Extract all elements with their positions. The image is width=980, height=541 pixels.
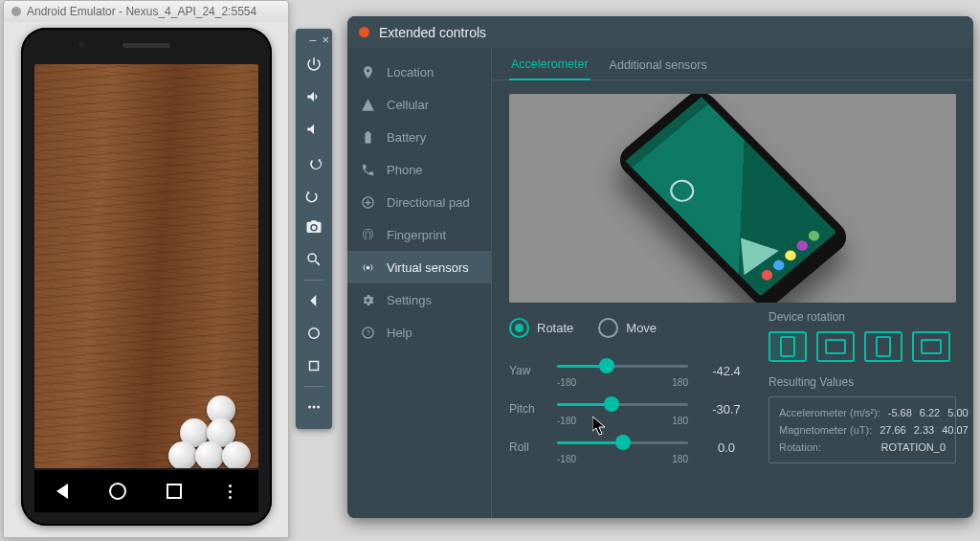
camera-icon bbox=[78, 41, 85, 48]
pitch-row: Pitch -180180 -30.7 bbox=[509, 396, 755, 421]
accel-y: 6.22 bbox=[920, 407, 940, 418]
yaw-label: Yaw bbox=[509, 364, 547, 377]
sidebar-item-location[interactable]: Location bbox=[347, 56, 491, 88]
rotation-value: ROTATION_0 bbox=[881, 441, 946, 453]
back-button[interactable] bbox=[296, 284, 332, 317]
sidebar-item-label: Settings bbox=[387, 293, 432, 307]
sidebar-item-settings[interactable]: Settings bbox=[347, 283, 491, 316]
slider-min: -180 bbox=[557, 454, 576, 464]
slider-max: 180 bbox=[672, 416, 688, 426]
extended-title-text: Extended controls bbox=[379, 25, 486, 40]
sidebar-item-dpad[interactable]: Directional pad bbox=[347, 186, 491, 218]
mode-move-radio[interactable]: Move bbox=[598, 318, 657, 338]
pitch-slider[interactable]: -180180 bbox=[557, 396, 688, 421]
ball-icon bbox=[222, 441, 251, 468]
pitch-value: -30.7 bbox=[698, 402, 755, 417]
desktop: Android Emulator - Nexus_4_API_24_2:5554 bbox=[0, 0, 980, 541]
rotate-left-button[interactable] bbox=[296, 146, 332, 178]
app-surface[interactable] bbox=[34, 64, 258, 468]
mode-rotate-radio[interactable]: Rotate bbox=[509, 318, 573, 338]
ball-icon bbox=[195, 441, 224, 468]
nav-back-button[interactable] bbox=[54, 483, 71, 500]
emulator-title-text: Android Emulator - Nexus_4_API_24_2:5554 bbox=[27, 1, 256, 22]
portrait-icon bbox=[876, 336, 891, 357]
device-frame bbox=[21, 28, 272, 526]
sidebar-item-label: Directional pad bbox=[387, 195, 470, 210]
volume-up-button[interactable] bbox=[296, 80, 332, 113]
home-button[interactable] bbox=[296, 317, 332, 349]
tab-accelerometer[interactable]: Accelerometer bbox=[509, 57, 590, 80]
more-button[interactable] bbox=[296, 391, 332, 423]
sidebar-item-label: Help bbox=[387, 326, 412, 340]
rotation-landscape-button[interactable] bbox=[816, 331, 855, 362]
toolbar-minimize-button[interactable]: – bbox=[309, 33, 316, 47]
rotation-landscape-rev-button[interactable] bbox=[912, 331, 950, 362]
landscape-icon bbox=[921, 339, 942, 354]
slider-max: 180 bbox=[672, 454, 688, 464]
svg-point-0 bbox=[309, 328, 320, 339]
sidebar-item-virtual-sensors[interactable]: Virtual sensors bbox=[347, 251, 491, 283]
window-close-icon[interactable] bbox=[359, 27, 369, 37]
accel-label: Accelerometer (m/s²): bbox=[779, 407, 880, 418]
rotate-right-button[interactable] bbox=[296, 178, 332, 211]
toolbar-close-button[interactable]: × bbox=[322, 33, 329, 47]
tab-label: Accelerometer bbox=[511, 57, 589, 71]
sidebar-item-label: Fingerprint bbox=[387, 228, 446, 242]
power-button[interactable] bbox=[296, 48, 332, 80]
sidebar-item-fingerprint[interactable]: Fingerprint bbox=[347, 218, 491, 251]
emulator-window: Android Emulator - Nexus_4_API_24_2:5554 bbox=[3, 0, 289, 538]
mag-label: Magnetometer (uT): bbox=[779, 424, 872, 436]
device-screen[interactable] bbox=[34, 64, 258, 468]
sidebar-item-label: Cellular bbox=[387, 98, 429, 112]
volume-down-button[interactable] bbox=[296, 113, 332, 146]
mode-selector: Rotate Move bbox=[509, 310, 755, 345]
rotation-portrait-rev-button[interactable] bbox=[864, 331, 902, 362]
preview-device-icon bbox=[612, 94, 854, 303]
roll-slider[interactable]: -180180 bbox=[557, 435, 688, 460]
roll-label: Roll bbox=[509, 440, 547, 454]
mag-z: 40.07 bbox=[942, 424, 969, 436]
radio-label: Rotate bbox=[537, 321, 573, 335]
balls-group bbox=[168, 390, 255, 466]
sidebar-item-battery[interactable]: Battery bbox=[347, 121, 491, 153]
tabs: Accelerometer Additional sensors bbox=[492, 48, 973, 80]
device-rotation-title: Device rotation bbox=[768, 310, 956, 324]
sidebar-item-cellular[interactable]: Cellular bbox=[347, 88, 491, 121]
emulator-titlebar[interactable]: Android Emulator - Nexus_4_API_24_2:5554 bbox=[4, 1, 288, 22]
location-icon bbox=[361, 65, 375, 79]
sidebar-item-label: Battery bbox=[387, 130, 426, 145]
tab-additional-sensors[interactable]: Additional sensors bbox=[608, 58, 709, 79]
resulting-values-title: Resulting Values bbox=[768, 375, 956, 389]
portrait-icon bbox=[780, 336, 795, 357]
fingerprint-icon bbox=[361, 228, 375, 242]
sidebar-item-help[interactable]: ? Help bbox=[347, 316, 491, 349]
screenshot-button[interactable] bbox=[296, 211, 332, 243]
extended-controls-window: Extended controls Location Cellular Batt… bbox=[347, 16, 973, 518]
overview-button[interactable] bbox=[296, 349, 332, 382]
emulator-toolbar: – × bbox=[296, 29, 332, 429]
device-orientation-preview[interactable] bbox=[509, 94, 956, 303]
gear-icon bbox=[361, 293, 375, 307]
sidebar-item-label: Location bbox=[387, 65, 434, 79]
roll-row: Roll -180180 0.0 bbox=[509, 435, 755, 460]
pitch-label: Pitch bbox=[509, 402, 547, 416]
extended-titlebar[interactable]: Extended controls bbox=[347, 16, 973, 48]
sidebar-item-phone[interactable]: Phone bbox=[347, 153, 491, 186]
svg-point-2 bbox=[308, 406, 311, 409]
svg-point-6 bbox=[367, 265, 370, 269]
nav-recent-button[interactable] bbox=[166, 483, 183, 500]
mag-x: 27.66 bbox=[880, 424, 906, 436]
ball-icon bbox=[168, 441, 197, 468]
tab-label: Additional sensors bbox=[610, 58, 707, 72]
sidebar-item-label: Virtual sensors bbox=[387, 260, 469, 275]
yaw-slider[interactable]: -180180 bbox=[557, 358, 688, 383]
nav-home-button[interactable] bbox=[109, 483, 126, 500]
rotation-portrait-button[interactable] bbox=[768, 331, 807, 362]
zoom-button[interactable] bbox=[296, 243, 332, 276]
nav-overflow-button[interactable] bbox=[221, 483, 238, 500]
yaw-row: Yaw -180180 -42.4 bbox=[509, 358, 755, 383]
cellular-icon bbox=[361, 98, 375, 112]
svg-point-3 bbox=[313, 406, 316, 409]
accel-z: 5.00 bbox=[947, 407, 968, 418]
phone-icon bbox=[361, 163, 375, 177]
